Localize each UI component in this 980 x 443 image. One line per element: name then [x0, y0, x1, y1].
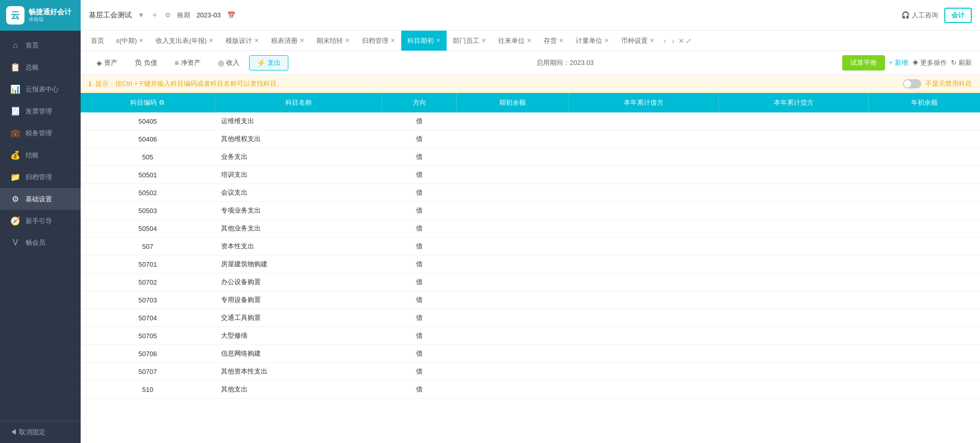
- tabbar: 首页ε(中期)✕收入支出表(年报)✕模版设计✕税表清册✕期末结转✕归档管理✕科目…: [81, 31, 980, 51]
- account-button[interactable]: 会计: [944, 8, 972, 23]
- cell-10-1: 专用设备购置: [215, 291, 382, 309]
- more-button[interactable]: ◈ 更多操作: [912, 58, 947, 67]
- refresh-button[interactable]: ↻ 刷新: [951, 58, 972, 67]
- cell-8-6: [869, 255, 980, 273]
- cell-15-4: [569, 381, 719, 399]
- toggle-label: 不显示禁用科目: [925, 79, 972, 88]
- tab-close-6[interactable]: ✕: [390, 37, 395, 44]
- sidebar-label-archive: 归档管理: [26, 173, 52, 182]
- table-row[interactable]: 50406其他维权支出借: [81, 130, 980, 148]
- subtab-expense[interactable]: ⚡ 支出: [249, 55, 288, 71]
- sidebar-item-tax[interactable]: 💼 税务管理: [0, 122, 81, 144]
- tab-9[interactable]: 往来单位✕: [492, 31, 537, 51]
- table-row[interactable]: 50504其他业务支出借: [81, 220, 980, 238]
- add-button[interactable]: + 新增: [889, 58, 908, 67]
- tab-close-11[interactable]: ✕: [604, 37, 609, 44]
- tab-2[interactable]: 收入支出表(年报)✕: [150, 31, 219, 51]
- cell-2-6: [869, 148, 980, 166]
- cell-5-5: [719, 202, 869, 220]
- cell-5-3: [456, 202, 569, 220]
- company-dropdown-icon[interactable]: ▼: [138, 11, 144, 19]
- sidebar-item-settle[interactable]: 💰 结账: [0, 144, 81, 166]
- cell-4-2: 借: [382, 184, 456, 202]
- cell-0-5: [719, 112, 869, 130]
- settings-icon[interactable]: ⚙: [165, 11, 171, 19]
- tab-close-all-button[interactable]: ✕: [678, 37, 684, 45]
- service-button[interactable]: 🎧 人工咨询: [901, 11, 938, 20]
- tab-5[interactable]: 期末结转✕: [310, 31, 356, 51]
- tab-7[interactable]: 科目期初✕: [401, 31, 447, 51]
- table-row[interactable]: 510其他支出借: [81, 381, 980, 399]
- sidebar-item-invoice[interactable]: 🧾 发票管理: [0, 100, 81, 122]
- cell-6-5: [719, 220, 869, 238]
- tab-0[interactable]: 首页: [85, 31, 110, 51]
- sidebar-label-settle: 结账: [26, 151, 39, 160]
- cell-0-4: [569, 112, 719, 130]
- cell-14-6: [869, 363, 980, 381]
- cell-11-4: [569, 309, 719, 327]
- tab-expand-button[interactable]: ⤢: [685, 37, 692, 45]
- tab-close-5[interactable]: ✕: [345, 37, 350, 44]
- table-row[interactable]: 50701房屋建筑物购建借: [81, 255, 980, 273]
- tab-close-10[interactable]: ✕: [559, 37, 564, 44]
- table-row[interactable]: 507资本性支出借: [81, 238, 980, 255]
- subtab-liability[interactable]: 负 负债: [127, 55, 165, 71]
- subject-table: 科目编码 ⚙科目名称方向期初余额本年累计借方本年累计贷方年初余额 50405运维…: [81, 93, 980, 399]
- sidebar-footer[interactable]: ◀ 取消固定: [0, 421, 81, 443]
- tab-6[interactable]: 归档管理✕: [356, 31, 401, 51]
- table-row[interactable]: 50706信息网络购建借: [81, 345, 980, 363]
- sidebar-item-vip[interactable]: V 畅会员: [0, 232, 81, 253]
- tab-next-button[interactable]: ›: [669, 37, 678, 45]
- tab-close-2[interactable]: ✕: [209, 37, 213, 44]
- table-row[interactable]: 50501培训支出借: [81, 166, 980, 184]
- table-row[interactable]: 50704交通工具购置借: [81, 309, 980, 327]
- tab-3[interactable]: 模版设计✕: [219, 31, 265, 51]
- table-row[interactable]: 505业务支出借: [81, 148, 980, 166]
- table-row[interactable]: 50702办公设备购置借: [81, 273, 980, 291]
- cell-14-0: 50707: [81, 363, 215, 381]
- tab-close-3[interactable]: ✕: [254, 37, 259, 44]
- report-icon: 📊: [10, 84, 20, 94]
- subtab-equity[interactable]: ≡ 净资产: [167, 55, 208, 71]
- tab-4[interactable]: 税表清册✕: [265, 31, 310, 51]
- cell-12-1: 大型修缮: [215, 327, 382, 345]
- table-row[interactable]: 50502会议支出借: [81, 184, 980, 202]
- tab-close-8[interactable]: ✕: [481, 37, 486, 44]
- tab-close-9[interactable]: ✕: [527, 37, 531, 44]
- tab-1[interactable]: ε(中期)✕: [110, 31, 150, 51]
- table-row[interactable]: 50705大型修缮借: [81, 327, 980, 345]
- calendar-icon[interactable]: 📅: [227, 11, 235, 19]
- subtab-income[interactable]: ◎ 收入: [210, 55, 247, 71]
- subtab-asset[interactable]: ◈ 资产: [89, 55, 125, 71]
- sidebar-item-home[interactable]: ⌂ 首页: [0, 35, 81, 56]
- tab-10[interactable]: 存货✕: [537, 31, 570, 51]
- tab-close-12[interactable]: ✕: [650, 37, 654, 44]
- disable-toggle[interactable]: [903, 79, 921, 88]
- sidebar-item-archive[interactable]: 📁 归档管理: [0, 166, 81, 188]
- cell-11-0: 50704: [81, 309, 215, 327]
- balance-button[interactable]: 试算平衡: [842, 55, 885, 71]
- cell-2-0: 505: [81, 148, 215, 166]
- sidebar-item-guide[interactable]: 🧭 新手引导: [0, 210, 81, 232]
- sidebar-item-basic[interactable]: ⚙ 基础设置: [0, 188, 81, 210]
- tab-close-7[interactable]: ✕: [436, 37, 440, 44]
- tab-close-1[interactable]: ✕: [139, 37, 143, 44]
- tab-close-4[interactable]: ✕: [300, 37, 304, 44]
- cell-3-6: [869, 166, 980, 184]
- cell-15-1: 其他支出: [215, 381, 382, 399]
- table-row[interactable]: 50405运维维支出借: [81, 112, 980, 130]
- tab-8[interactable]: 部门员工✕: [447, 31, 492, 51]
- subtab-actions: 试算平衡+ 新增◈ 更多操作↻ 刷新: [842, 55, 972, 71]
- table-row[interactable]: 50703专用设备购置借: [81, 291, 980, 309]
- tab-12[interactable]: 币种设置✕: [615, 31, 660, 51]
- cell-13-4: [569, 345, 719, 363]
- table-row[interactable]: 50503专项业务支出借: [81, 202, 980, 220]
- tab-11[interactable]: 计量单位✕: [570, 31, 615, 51]
- tab-prev-button[interactable]: ‹: [660, 37, 669, 45]
- cell-4-0: 50502: [81, 184, 215, 202]
- info-icon: ℹ: [89, 80, 91, 88]
- sidebar-item-ledger[interactable]: 📋 总账: [0, 56, 81, 78]
- add-company-button[interactable]: ＋: [151, 10, 159, 20]
- sidebar-item-report[interactable]: 📊 云报表中心: [0, 78, 81, 100]
- table-row[interactable]: 50707其他资本性支出借: [81, 363, 980, 381]
